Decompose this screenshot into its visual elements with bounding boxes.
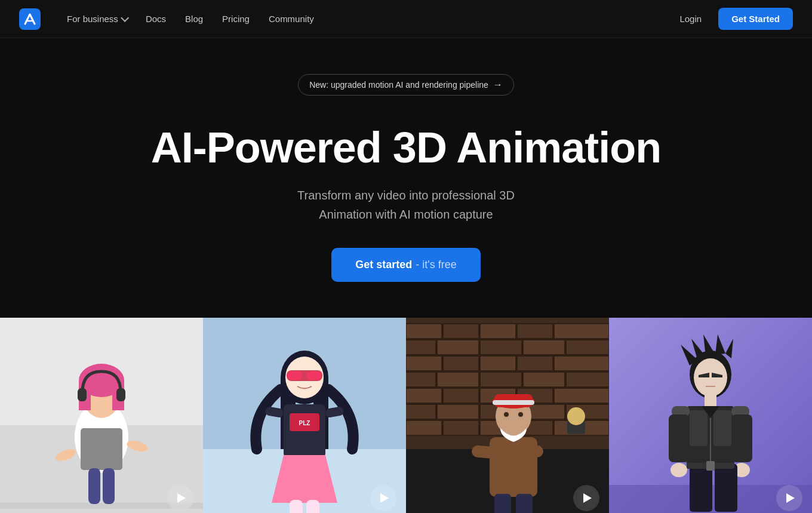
get-started-nav-button[interactable]: Get Started bbox=[718, 8, 793, 30]
video-card-3[interactable] bbox=[406, 318, 609, 513]
nav-link-for-business[interactable]: For business bbox=[60, 9, 134, 29]
announcement-text: New: upgraded motion AI and rendering pi… bbox=[309, 80, 488, 90]
svg-rect-34 bbox=[406, 324, 442, 339]
video-thumb-2: PLZ bbox=[203, 318, 406, 513]
cta-sub-text: - it's free bbox=[416, 259, 456, 271]
svg-rect-95 bbox=[731, 414, 752, 462]
svg-rect-10 bbox=[116, 388, 125, 401]
svg-rect-36 bbox=[480, 324, 516, 339]
svg-rect-31 bbox=[306, 500, 319, 513]
play-button-4[interactable] bbox=[776, 485, 802, 511]
nav-link-community[interactable]: Community bbox=[262, 9, 321, 29]
svg-rect-47 bbox=[517, 356, 553, 371]
svg-rect-59 bbox=[406, 404, 436, 419]
svg-rect-45 bbox=[443, 356, 479, 371]
play-button-2[interactable] bbox=[370, 485, 396, 511]
video-card-2[interactable]: PLZ bbox=[203, 318, 406, 513]
svg-rect-51 bbox=[480, 372, 522, 387]
nav-link-docs[interactable]: Docs bbox=[139, 9, 173, 29]
svg-rect-94 bbox=[669, 414, 690, 462]
play-icon-1 bbox=[177, 493, 186, 503]
video-thumb-1 bbox=[0, 318, 203, 513]
svg-point-80 bbox=[518, 412, 523, 417]
svg-point-79 bbox=[504, 412, 509, 417]
svg-rect-99 bbox=[715, 464, 737, 512]
svg-rect-30 bbox=[290, 500, 303, 513]
nav-link-blog[interactable]: Blog bbox=[178, 9, 210, 29]
svg-rect-64 bbox=[406, 420, 442, 435]
svg-rect-38 bbox=[554, 324, 609, 339]
hero-subtitle: Transform any video into professional 3D… bbox=[297, 186, 515, 224]
svg-rect-39 bbox=[406, 340, 436, 355]
svg-rect-40 bbox=[437, 340, 479, 355]
svg-rect-43 bbox=[566, 340, 609, 355]
svg-rect-15 bbox=[103, 468, 115, 504]
svg-rect-35 bbox=[443, 324, 479, 339]
video-card-1[interactable] bbox=[0, 318, 203, 513]
svg-rect-82 bbox=[516, 494, 533, 513]
play-icon-2 bbox=[380, 493, 389, 503]
cta-main-text: Get started bbox=[355, 259, 412, 271]
svg-rect-87 bbox=[705, 395, 716, 407]
svg-rect-52 bbox=[523, 372, 565, 387]
svg-rect-58 bbox=[554, 388, 609, 403]
svg-rect-55 bbox=[443, 388, 479, 403]
play-button-3[interactable] bbox=[573, 485, 599, 511]
logo[interactable] bbox=[19, 8, 41, 30]
chevron-down-icon bbox=[121, 13, 129, 21]
logo-icon bbox=[19, 8, 41, 30]
svg-rect-41 bbox=[480, 340, 522, 355]
nav-links: For business Docs Blog Pricing Community bbox=[60, 9, 321, 29]
svg-rect-98 bbox=[690, 464, 712, 512]
svg-rect-46 bbox=[480, 356, 516, 371]
svg-rect-44 bbox=[406, 356, 442, 371]
svg-text:PLZ: PLZ bbox=[299, 420, 310, 426]
login-button[interactable]: Login bbox=[672, 9, 709, 29]
nav-right: Login Get Started bbox=[672, 8, 793, 30]
svg-rect-54 bbox=[406, 388, 442, 403]
svg-point-96 bbox=[670, 463, 687, 477]
svg-rect-50 bbox=[437, 372, 479, 387]
svg-rect-89 bbox=[690, 410, 708, 446]
video-grid: PLZ bbox=[0, 318, 812, 513]
svg-rect-23 bbox=[288, 371, 302, 380]
svg-rect-81 bbox=[494, 494, 511, 513]
announcement-pill[interactable]: New: upgraded motion AI and rendering pi… bbox=[298, 74, 514, 96]
svg-rect-37 bbox=[517, 324, 553, 339]
play-icon-4 bbox=[786, 493, 795, 503]
hero-cta-button[interactable]: Get started - it's free bbox=[331, 248, 480, 282]
svg-rect-14 bbox=[88, 468, 100, 504]
play-icon-3 bbox=[583, 493, 592, 503]
svg-rect-90 bbox=[713, 410, 731, 446]
svg-rect-60 bbox=[437, 404, 479, 419]
svg-point-71 bbox=[567, 407, 585, 425]
video-card-4[interactable] bbox=[609, 318, 812, 513]
hero-title: AI-Powered 3D Animation bbox=[151, 124, 661, 171]
hero-section: New: upgraded motion AI and rendering pi… bbox=[0, 38, 812, 312]
svg-rect-9 bbox=[78, 388, 87, 401]
svg-rect-42 bbox=[523, 340, 565, 355]
svg-rect-48 bbox=[554, 356, 609, 371]
video-thumb-3 bbox=[406, 318, 609, 513]
svg-rect-24 bbox=[307, 371, 321, 380]
navbar: For business Docs Blog Pricing Community… bbox=[0, 0, 812, 38]
svg-rect-11 bbox=[81, 428, 122, 470]
arrow-right-icon: → bbox=[493, 79, 503, 90]
svg-rect-78 bbox=[493, 400, 534, 405]
svg-rect-101 bbox=[706, 461, 715, 471]
svg-rect-65 bbox=[443, 420, 479, 435]
svg-rect-0 bbox=[19, 8, 41, 30]
nav-left: For business Docs Blog Pricing Community bbox=[19, 8, 321, 30]
svg-rect-49 bbox=[406, 372, 436, 387]
nav-link-pricing[interactable]: Pricing bbox=[215, 9, 257, 29]
svg-rect-53 bbox=[566, 372, 609, 387]
play-button-1[interactable] bbox=[167, 485, 193, 511]
video-thumb-4 bbox=[609, 318, 812, 513]
